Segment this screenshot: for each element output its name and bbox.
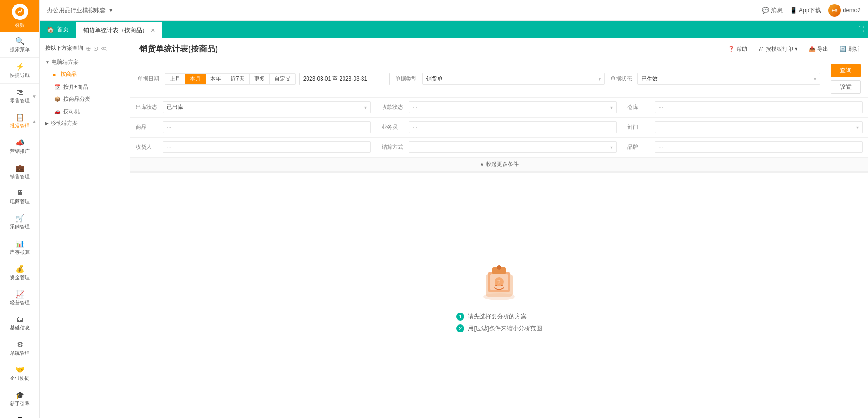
sidebar-item-operations[interactable]: 📈 经营管理 [0, 285, 39, 311]
date-this-month[interactable]: 本月 [185, 74, 206, 84]
user-name: demo2 [843, 7, 861, 14]
staff-input[interactable]: ··· [409, 121, 617, 133]
export-btn[interactable]: 📤 导出 [809, 45, 828, 53]
divider3 [834, 46, 834, 52]
print-dropdown-arrow: ▾ [795, 46, 797, 52]
app-download-btn[interactable]: 📱 App下载 [790, 6, 821, 14]
sales-icon: 💼 [15, 164, 24, 172]
date-last-month[interactable]: 上月 [165, 74, 185, 84]
date-this-year[interactable]: 本年 [206, 74, 226, 84]
guide-icon: 🎓 [15, 391, 24, 399]
sidebar-item-retail[interactable]: 🛍 零售管理 ▼ [0, 84, 39, 109]
inventory-icon: 📊 [15, 239, 24, 248]
mobile-section-title[interactable]: ▶ 移动端方案 [40, 118, 130, 129]
staff-dots: ··· [413, 124, 417, 130]
sidebar-item-guide[interactable]: 🎓 新手引导 [0, 386, 39, 412]
user-menu[interactable]: Ea demo2 [828, 4, 861, 17]
ecommerce-label: 电商管理 [10, 198, 30, 205]
help-btn[interactable]: ❓ 帮助 [728, 45, 747, 53]
doc-type-select[interactable]: 销货单 ▾ [422, 73, 605, 85]
tab-maximize-btn[interactable]: ⛶ [858, 26, 864, 33]
dept-arrow: ▾ [856, 125, 859, 130]
sidebar-item-finance[interactable]: 💰 资金管理 [0, 260, 39, 285]
tab-close-btn[interactable]: ✕ [151, 27, 155, 33]
app-logo[interactable]: 标账 [0, 0, 39, 32]
settlement-arrow: ▾ [610, 145, 613, 150]
settlement-cell: 结算方式 ▾ [376, 138, 622, 157]
collapse-btn[interactable]: ∧ 收起更多条件 [130, 157, 868, 171]
date-7days[interactable]: 近7天 [226, 74, 250, 84]
scheme-item-by-goods[interactable]: ● 按商品 [40, 68, 130, 81]
collapse-arrow-icon: ∧ [480, 162, 484, 168]
operations-label: 经营管理 [10, 299, 30, 306]
guide-label: 新手引导 [10, 400, 30, 407]
page-content: 按以下方案查询 ⊕ ⊙ ≪ ▼ 电脑端方案 ● 按商品 📅 按 [40, 38, 868, 418]
sidebar-item-ecommerce[interactable]: 🖥 电商管理 [0, 185, 39, 209]
settlement-select[interactable]: ▾ [409, 141, 617, 153]
sidebar-item-wholesale[interactable]: 📋 批发管理 ▲ [0, 109, 39, 134]
pc-section-label: 电脑端方案 [52, 58, 79, 66]
settings-scheme-btn[interactable]: ⊙ [93, 45, 99, 52]
sales-label: 销售管理 [10, 173, 30, 180]
dept-select[interactable]: ▾ [655, 121, 863, 133]
receipt-select[interactable]: ··· ▾ [409, 101, 617, 113]
scheme-sub-item-month-goods[interactable]: 📅 按月+商品 [40, 81, 130, 93]
tab-home[interactable]: 🏠 首页 [40, 21, 76, 38]
sidebar-item-inventory[interactable]: 📊 库存核算 [0, 235, 39, 260]
staff-label: 业务员 [382, 124, 405, 131]
step-2-text: 用[过滤]条件来缩小分析范围 [468, 324, 542, 332]
by-goods-label: 按商品 [61, 71, 77, 78]
dropdown-arrow[interactable]: ▾ [109, 7, 113, 14]
add-scheme-btn[interactable]: ⊕ [86, 45, 91, 52]
brand-dots: ··· [659, 144, 663, 150]
scheme-header-icons: ⊕ ⊙ ≪ [86, 45, 107, 52]
tab-minimize-btn[interactable]: — [848, 26, 854, 33]
divider2 [803, 46, 803, 52]
query-btn[interactable]: 查询 [831, 64, 861, 77]
wholesale-arrow: ▲ [32, 119, 37, 124]
calendar-icon: 📅 [54, 84, 61, 90]
date-more[interactable]: 更多 [250, 74, 270, 84]
divider1 [753, 46, 753, 52]
search-menu[interactable]: 🔍 搜索菜单 [0, 32, 39, 58]
brand-cell: 品牌 ··· [622, 138, 868, 157]
message-btn[interactable]: 💬 消息 [762, 6, 783, 14]
sidebar-item-marketing[interactable]: 📣 营销推广 [0, 134, 39, 159]
marketing-icon: 📣 [15, 138, 24, 147]
empty-steps: 1 请先选择要分析的方案 2 用[过滤]条件来缩小分析范围 [456, 313, 542, 332]
tab-home-label: 首页 [57, 25, 69, 33]
collapse-scheme-btn[interactable]: ≪ [100, 45, 107, 52]
sidebar-item-appstore[interactable]: 📱 应用中心 [0, 412, 39, 418]
scheme-sub-item-driver[interactable]: 🚗 按司机 [40, 105, 130, 118]
tab-sales-report[interactable]: 销货单统计表（按商品） ✕ [76, 22, 162, 39]
dept-label: 部门 [627, 124, 651, 131]
receiver-input[interactable]: ··· [163, 141, 371, 153]
topbar-right: 💬 消息 📱 App下载 Ea demo2 [762, 4, 861, 17]
date-custom[interactable]: 自定义 [270, 74, 295, 84]
sidebar-item-system[interactable]: ⚙ 系统管理 [0, 336, 39, 361]
sidebar-item-collab[interactable]: 🤝 企业协同 [0, 361, 39, 386]
refresh-btn[interactable]: 🔄 刷新 [840, 45, 859, 53]
svg-point-9 [495, 285, 497, 286]
scheme-sub-item-category[interactable]: 📦 按商品分类 [40, 93, 130, 105]
goods-input[interactable]: ··· [163, 121, 371, 133]
warehouse-select[interactable]: 已出库 ▾ [163, 101, 371, 113]
template-print-btn[interactable]: 🖨 按模板打印 ▾ [759, 45, 797, 53]
brand-input[interactable]: ··· [655, 141, 863, 153]
month-goods-label: 按月+商品 [63, 83, 88, 91]
sidebar-item-basic[interactable]: 🗂 基础信息 [0, 311, 39, 336]
doc-type-arrow: ▾ [599, 76, 601, 81]
pc-section-arrow: ▼ [45, 60, 50, 65]
avatar: Ea [828, 4, 841, 17]
sidebar-item-sales[interactable]: 💼 销售管理 [0, 159, 39, 185]
finance-label: 资金管理 [10, 274, 30, 281]
inventory-label: 库存核算 [10, 249, 30, 256]
date-range-input[interactable]: 2023-03-01 至 2023-03-31 [299, 73, 390, 85]
sidebar-item-purchase[interactable]: 🛒 采购管理 [0, 209, 39, 235]
quick-nav[interactable]: ⚡ 快捷导航 [0, 58, 39, 84]
pc-section-title[interactable]: ▼ 电脑端方案 [40, 57, 130, 68]
refresh-icon: 🔄 [840, 46, 846, 52]
doc-status-select[interactable]: 已生效 ▾ [637, 73, 820, 85]
warehouse2-select[interactable]: ··· [655, 101, 863, 113]
settings-btn[interactable]: 设置 [831, 80, 861, 94]
